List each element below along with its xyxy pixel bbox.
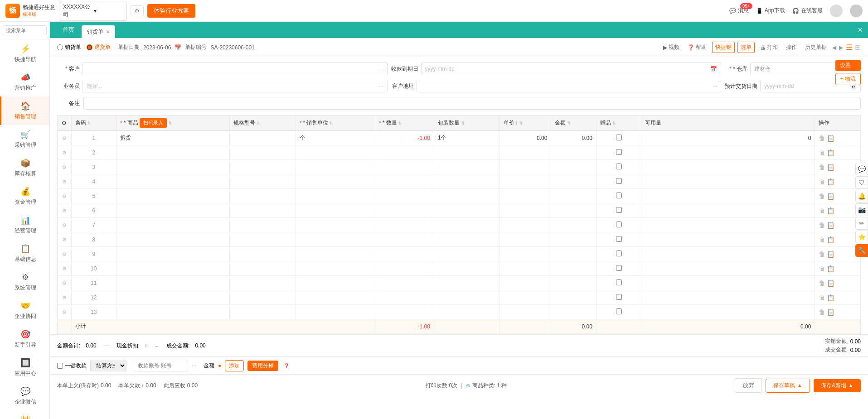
delete-row-icon[interactable]: 🗑 [819, 236, 825, 243]
row-spec-cell[interactable] [230, 160, 296, 174]
copy-row-icon[interactable]: 📋 [827, 265, 834, 272]
message-btn[interactable]: 💬 消息 99+ [729, 7, 749, 14]
company-selector[interactable]: XXXXXX公司 ▾ [59, 1, 127, 21]
row-product-cell[interactable] [116, 189, 230, 203]
row-spec-cell[interactable] [230, 174, 296, 189]
copy-row-icon[interactable]: 📋 [827, 236, 834, 243]
float-btn-2[interactable]: 🛡 [855, 176, 868, 189]
row-price-cell[interactable] [500, 189, 551, 203]
copy-row-icon[interactable]: 📋 [827, 279, 834, 287]
row-unit-cell[interactable] [296, 290, 375, 305]
select-btn[interactable]: 选单 [737, 42, 755, 53]
row-spec-cell[interactable] [230, 247, 296, 261]
row-gift-cell[interactable] [596, 276, 641, 290]
row-amount-cell[interactable] [551, 189, 596, 203]
gift-checkbox[interactable] [616, 279, 622, 285]
user-menu[interactable] [850, 5, 863, 17]
sidebar-item-purchase[interactable]: 🛒 采购管理 [0, 125, 49, 154]
row-pack-qty-cell[interactable] [434, 305, 500, 319]
settings-button[interactable]: 设置 [835, 60, 861, 71]
sort-amount-icon[interactable]: ⇅ [567, 120, 571, 125]
logistics-button[interactable]: + 物流 [835, 73, 861, 85]
online-service-btn[interactable]: 🎧 在线客服 [792, 7, 823, 14]
row-price-cell[interactable] [500, 305, 551, 319]
row-price-cell[interactable] [500, 276, 551, 290]
row-gift-cell[interactable] [596, 247, 641, 261]
row-spec-cell[interactable] [230, 189, 296, 203]
row-qty-cell[interactable] [375, 174, 434, 189]
row-unit-cell[interactable] [296, 232, 375, 247]
customer-address-input[interactable]: ··· [417, 80, 722, 92]
float-btn-3[interactable]: 🔔 [855, 190, 868, 202]
row-pack-qty-cell[interactable] [434, 160, 500, 174]
row-qty-cell[interactable] [375, 232, 434, 247]
row-gift-cell[interactable] [596, 174, 641, 189]
row-amount-cell[interactable] [551, 203, 596, 218]
total-owe-info[interactable]: ℹ [142, 383, 144, 388]
row-product-cell[interactable] [116, 218, 230, 232]
row-qty-cell[interactable] [375, 145, 434, 160]
row-amount-cell[interactable] [551, 218, 596, 232]
sort-unit-icon[interactable]: ⇅ [330, 120, 333, 125]
radio-sales-order[interactable]: 销货单 [57, 43, 81, 51]
due-date-input[interactable]: yyyy-mm-dd 📅 [421, 63, 722, 75]
row-unit-cell[interactable] [296, 203, 375, 218]
row-unit-cell[interactable] [296, 174, 375, 189]
delete-row-icon[interactable]: 🗑 [819, 207, 825, 214]
row-amount-cell[interactable] [551, 174, 596, 189]
row-gift-cell[interactable] [596, 305, 641, 319]
row-product-cell[interactable] [116, 203, 230, 218]
sidebar-item-system[interactable]: ⚙ 系统管理 [0, 268, 49, 296]
sidebar-item-guide[interactable]: 🎯 新手引导 [0, 325, 49, 353]
tab-sales-order[interactable]: 销货单 × [82, 25, 115, 38]
split-info-icon[interactable]: ❓ [284, 363, 289, 368]
sort-price-icon[interactable]: ⇅ [519, 120, 523, 125]
gift-checkbox[interactable] [616, 164, 622, 169]
row-qty-cell[interactable] [375, 290, 434, 305]
payment-method-select[interactable]: 结算方式 [90, 360, 126, 371]
view-list-icon[interactable]: ☰ [846, 43, 852, 52]
delete-row-icon[interactable]: 🗑 [819, 265, 825, 272]
radio-return-order[interactable]: 退货单 [87, 43, 111, 51]
row-qty-cell[interactable] [375, 189, 434, 203]
shortcut-btn[interactable]: 快捷键 [712, 42, 735, 53]
row-pack-qty-cell[interactable] [434, 290, 500, 305]
gift-checkbox[interactable] [616, 265, 622, 271]
row-amount-cell[interactable] [551, 160, 596, 174]
row-unit-cell[interactable]: 个 [296, 131, 375, 145]
copy-row-icon[interactable]: 📋 [827, 164, 834, 171]
row-pack-qty-cell[interactable] [434, 203, 500, 218]
gift-checkbox[interactable] [616, 236, 622, 242]
row-price-cell[interactable] [500, 261, 551, 276]
row-pack-qty-cell[interactable] [434, 218, 500, 232]
add-payment-btn[interactable]: 添加 [225, 360, 244, 371]
row-product-cell[interactable] [116, 261, 230, 276]
row-price-cell[interactable] [500, 203, 551, 218]
account-input[interactable] [134, 360, 188, 371]
row-unit-cell[interactable] [296, 276, 375, 290]
row-product-cell[interactable]: 拆货 [116, 131, 230, 145]
row-amount-cell[interactable] [551, 247, 596, 261]
cash-discount-info[interactable]: ℹ [145, 343, 147, 348]
gift-checkbox[interactable] [616, 193, 622, 198]
row-pack-qty-cell[interactable] [434, 232, 500, 247]
copy-row-icon[interactable]: 📋 [827, 178, 834, 185]
row-product-cell[interactable] [116, 174, 230, 189]
calendar-icon-due[interactable]: 📅 [710, 66, 717, 72]
row-spec-cell[interactable] [230, 131, 296, 145]
print-btn[interactable]: 🖨 打印 [757, 42, 781, 53]
sidebar-item-sales[interactable]: 🏠 销售管理 [0, 96, 49, 125]
sidebar-item-member[interactable]: 👑 畅会员 [0, 410, 49, 419]
tab-close-icon[interactable]: × [106, 28, 110, 35]
row-spec-cell[interactable] [230, 145, 296, 160]
row-product-cell[interactable] [116, 145, 230, 160]
row-qty-cell[interactable] [375, 247, 434, 261]
row-gift-cell[interactable] [596, 160, 641, 174]
delete-row-icon[interactable]: 🗑 [819, 149, 825, 156]
float-btn-6[interactable]: ⭐ [855, 231, 868, 243]
sidebar-item-enterprise[interactable]: 🤝 企业协同 [0, 296, 49, 325]
row-amount-cell[interactable] [551, 261, 596, 276]
col-gear[interactable]: ⚙ [58, 116, 71, 131]
row-price-cell[interactable] [500, 174, 551, 189]
row-unit-cell[interactable] [296, 247, 375, 261]
